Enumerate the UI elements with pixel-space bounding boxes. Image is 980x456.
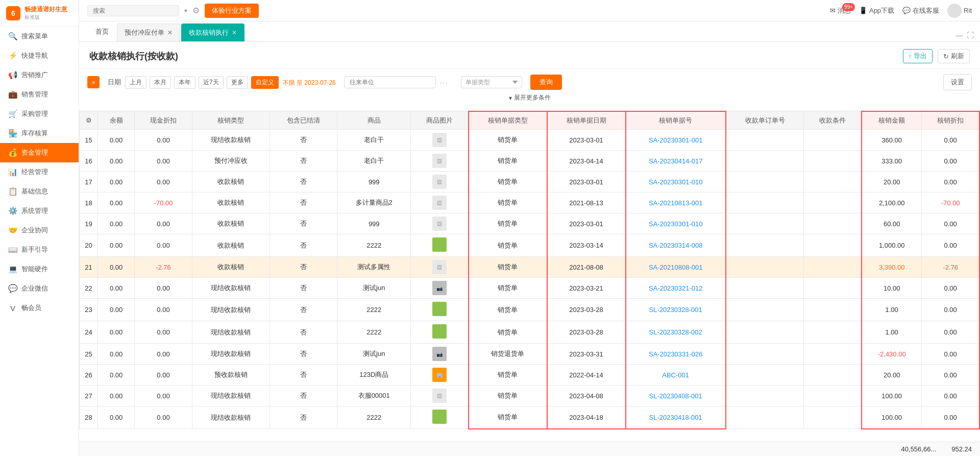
sidebar-item-12[interactable]: 💻智能硬件 xyxy=(0,259,79,279)
tab-home[interactable]: 首页 xyxy=(87,23,117,41)
cell-balance: 0.00 xyxy=(98,151,135,172)
sidebar-item-2[interactable]: 📢营销推广 xyxy=(0,65,79,85)
cell-doc-type: 销货单 xyxy=(469,386,547,406)
cell-balance: 0.00 xyxy=(98,193,135,213)
cell-img: 🖼 xyxy=(410,386,468,406)
sidebar-item-5[interactable]: 🏪库存核算 xyxy=(0,124,79,143)
cell-img xyxy=(410,406,468,429)
cell-amount: 2,100.00 xyxy=(862,193,922,213)
date-btn-custom[interactable]: 自定义 xyxy=(251,76,279,89)
cell-img xyxy=(410,299,468,321)
doc-no-link[interactable]: SA-20210808-001 xyxy=(649,263,703,271)
cell-img: 🖼 xyxy=(410,213,468,234)
search-input[interactable] xyxy=(87,5,179,16)
doc-no-link[interactable]: SL-20230328-001 xyxy=(649,306,702,314)
date-btn-7days[interactable]: 近7天 xyxy=(199,76,224,89)
cell-img: 🏢 xyxy=(410,365,468,386)
tab-writeoff[interactable]: 收款核销执行 ✕ xyxy=(181,23,244,41)
doc-no-link[interactable]: SA-20230321-012 xyxy=(649,284,703,292)
settings-btn[interactable]: 设置 xyxy=(943,74,972,90)
tab-close-writeoff[interactable]: ✕ xyxy=(232,29,237,36)
cell-settled: 否 xyxy=(270,193,337,213)
cell-order-no xyxy=(726,151,804,172)
doc-no-link[interactable]: SL-20230328-002 xyxy=(649,328,702,336)
partner-input[interactable] xyxy=(344,76,436,88)
doc-no-link[interactable]: ABC-001 xyxy=(662,371,689,379)
expand-more-btn[interactable]: ▾ 展开更多条件 xyxy=(87,90,972,105)
cell-doc-type: 销货单 xyxy=(469,151,547,172)
cell-order-no xyxy=(726,130,804,151)
sidebar-item-7[interactable]: 📊经营管理 xyxy=(0,162,79,182)
cell-writeoff-disc: 0.00 xyxy=(922,299,979,321)
date-btn-last-month[interactable]: 上月 xyxy=(125,76,146,89)
sidebar-item-9[interactable]: ⚙️系统管理 xyxy=(0,201,79,221)
date-btn-this-year[interactable]: 本年 xyxy=(174,76,195,89)
doc-no-link[interactable]: SA-20230301-010 xyxy=(649,220,703,228)
cell-settled: 否 xyxy=(270,321,337,344)
table-row: 15 0.00 0.00 现结收款核销 否 老白干 🖼 销货单 2023-03-… xyxy=(80,130,980,151)
tab-minimize-btn[interactable]: — xyxy=(955,31,963,39)
dropdown-arrow[interactable]: ▾ xyxy=(184,7,187,14)
date-btn-this-month[interactable]: 本月 xyxy=(150,76,171,89)
cell-product: 2222 xyxy=(337,234,411,257)
partner-dots[interactable]: ··· xyxy=(440,79,449,86)
sidebar-item-4[interactable]: 🛒采购管理 xyxy=(0,104,79,124)
cell-balance: 0.00 xyxy=(98,257,135,278)
tab-close-prepay[interactable]: ✕ xyxy=(167,29,173,36)
sidebar-item-13[interactable]: 💬企业微信 xyxy=(0,279,79,298)
th-product-img: 商品图片 xyxy=(410,111,468,130)
cell-id: 23 xyxy=(80,299,98,321)
doc-no-link[interactable]: SL-20230408-001 xyxy=(649,392,702,400)
sidebar-item-1[interactable]: ⚡快捷导航 xyxy=(0,46,79,65)
tab-prepay[interactable]: 预付冲应付单 ✕ xyxy=(117,23,180,41)
doc-no-link[interactable]: SL-20230418-001 xyxy=(649,414,702,421)
cell-type: 收款核销 xyxy=(192,257,270,278)
doc-no-link[interactable]: SA-20230301-010 xyxy=(649,178,703,186)
sidebar-icon-9: ⚙️ xyxy=(8,206,17,215)
sidebar-item-0[interactable]: 🔍搜索菜单 xyxy=(0,27,79,46)
cell-payment-cond xyxy=(804,193,862,213)
sidebar-label-8: 基础信息 xyxy=(21,187,48,196)
cell-order-no xyxy=(726,344,804,365)
sidebar-item-14[interactable]: V畅会员 xyxy=(0,298,79,318)
cell-amount: 333.00 xyxy=(862,151,922,172)
date-btn-more[interactable]: 更多 xyxy=(227,76,248,89)
message-btn[interactable]: ✉ 消息 99+ xyxy=(830,6,851,15)
doc-no-link[interactable]: SA-20230301-001 xyxy=(649,136,703,144)
cell-balance: 0.00 xyxy=(98,344,135,365)
cell-discount: 0.00 xyxy=(135,151,192,172)
cell-payment-cond xyxy=(804,257,862,278)
sidebar-item-6[interactable]: 💰资金管理 xyxy=(0,143,79,162)
doctype-select[interactable]: 单据类型 xyxy=(461,76,522,88)
sidebar-item-11[interactable]: 📖新手引导 xyxy=(0,240,79,259)
export-btn[interactable]: ↑ 导出 xyxy=(903,49,933,63)
sidebar: 6 畅捷通谱好生意 标准版 🔍搜索菜单⚡快捷导航📢营销推广💼销售管理🛒采购管理🏪… xyxy=(0,0,79,456)
doc-no-link[interactable]: SA-20230331-026 xyxy=(649,350,703,358)
refresh-btn[interactable]: ↻ 刷新 xyxy=(938,49,970,63)
cell-balance: 0.00 xyxy=(98,299,135,321)
doc-no-link[interactable]: SA-20210813-001 xyxy=(649,199,703,207)
app-download-btn[interactable]: 📱 App下载 xyxy=(859,6,894,15)
doc-no-link[interactable]: SA-20230414-017 xyxy=(649,157,703,165)
app-icon: 📱 xyxy=(859,7,867,14)
tab-maximize-btn[interactable]: ⛶ xyxy=(967,31,974,39)
online-service-btn[interactable]: 💬 在线客服 xyxy=(902,6,939,15)
cell-discount: -70.00 xyxy=(135,193,192,213)
gear-icon[interactable]: ⚙ xyxy=(192,6,200,15)
table-row: 20 0.00 0.00 收款核销 否 2222 销货单 2023-03-14 … xyxy=(80,234,980,257)
cell-product: 测试多属性 xyxy=(337,257,411,278)
solution-btn[interactable]: 体验行业方案 xyxy=(205,4,259,18)
filter-expand-btn[interactable]: » xyxy=(87,76,100,88)
sidebar-label-4: 采购管理 xyxy=(21,109,48,118)
sidebar-item-8[interactable]: 📋基础信息 xyxy=(0,182,79,201)
sidebar-item-10[interactable]: 🤝企业协同 xyxy=(0,221,79,240)
user-menu[interactable]: Rit xyxy=(947,4,972,18)
cell-product: 多计量商品2 xyxy=(337,193,411,213)
th-settings[interactable]: ⚙ xyxy=(80,111,98,130)
query-btn[interactable]: 查询 xyxy=(530,75,562,90)
doc-no-link[interactable]: SA-20230314-008 xyxy=(649,242,703,249)
sidebar-icon-14: V xyxy=(8,303,17,313)
cell-writeoff-disc: 0.00 xyxy=(922,151,979,172)
sidebar-item-3[interactable]: 💼销售管理 xyxy=(0,85,79,104)
cell-product: 老白干 xyxy=(337,151,411,172)
